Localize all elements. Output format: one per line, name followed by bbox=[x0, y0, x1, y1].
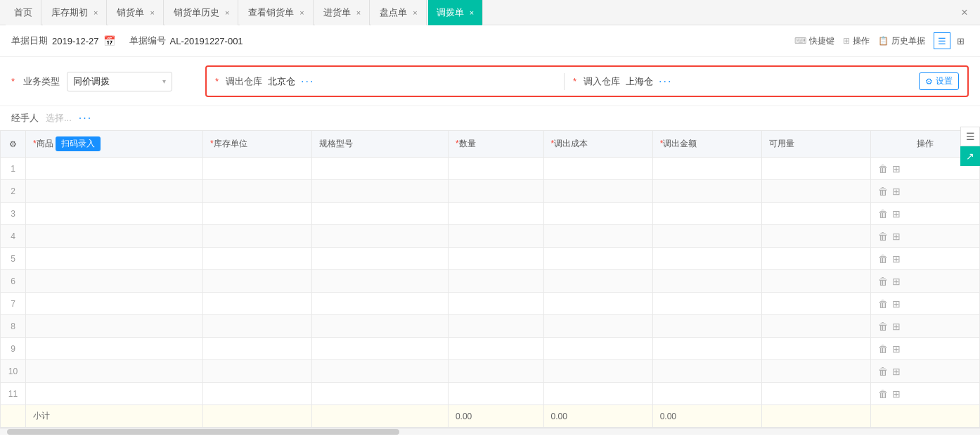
row-unit[interactable] bbox=[203, 248, 312, 270]
row-qty[interactable] bbox=[448, 315, 543, 338]
shortcut-btn[interactable]: ⌨ 快捷键 bbox=[794, 35, 834, 47]
row-cost[interactable] bbox=[543, 338, 652, 360]
business-type-select[interactable]: 同价调拨 ▾ bbox=[67, 72, 172, 91]
sidebar-list-icon[interactable]: ☰ bbox=[960, 127, 980, 146]
row-amount[interactable] bbox=[652, 203, 761, 225]
delete-icon[interactable]: 🗑 bbox=[878, 298, 888, 310]
row-spec[interactable] bbox=[312, 360, 449, 383]
row-qty[interactable] bbox=[448, 248, 543, 270]
row-unit[interactable] bbox=[203, 293, 312, 315]
row-unit[interactable] bbox=[203, 180, 312, 203]
row-qty[interactable] bbox=[448, 158, 543, 180]
row-qty[interactable] bbox=[448, 338, 543, 360]
row-cost[interactable] bbox=[543, 225, 652, 248]
row-product[interactable] bbox=[26, 270, 203, 293]
delete-icon[interactable]: 🗑 bbox=[878, 388, 888, 400]
tab-sales-history-close[interactable]: × bbox=[225, 8, 229, 17]
tab-inventory-count-close[interactable]: × bbox=[413, 8, 417, 17]
row-unit[interactable] bbox=[203, 270, 312, 293]
row-spec[interactable] bbox=[312, 203, 449, 225]
copy-icon[interactable]: ⊞ bbox=[892, 163, 901, 174]
tab-inventory-init-close[interactable]: × bbox=[94, 8, 98, 17]
row-cost[interactable] bbox=[543, 158, 652, 180]
history-btn[interactable]: 📋 历史单据 bbox=[878, 35, 925, 47]
tab-transfer-order-close[interactable]: × bbox=[470, 8, 474, 17]
row-product[interactable] bbox=[26, 315, 203, 338]
row-product[interactable] bbox=[26, 383, 203, 405]
copy-icon[interactable]: ⊞ bbox=[892, 343, 901, 355]
copy-icon[interactable]: ⊞ bbox=[892, 321, 901, 332]
row-cost[interactable] bbox=[543, 315, 652, 338]
copy-icon[interactable]: ⊞ bbox=[892, 208, 901, 219]
copy-icon[interactable]: ⊞ bbox=[892, 253, 901, 265]
tab-view-sales[interactable]: 查看销货单 × bbox=[240, 0, 313, 25]
scrollbar-thumb[interactable] bbox=[7, 429, 399, 435]
row-cost[interactable] bbox=[543, 248, 652, 270]
row-amount[interactable] bbox=[652, 248, 761, 270]
copy-icon[interactable]: ⊞ bbox=[892, 388, 901, 400]
delete-icon[interactable]: 🗑 bbox=[878, 276, 888, 287]
row-cost[interactable] bbox=[543, 203, 652, 225]
row-product[interactable] bbox=[26, 225, 203, 248]
row-spec[interactable] bbox=[312, 248, 449, 270]
row-cost[interactable] bbox=[543, 270, 652, 293]
handler-input[interactable]: 选择... bbox=[46, 112, 72, 125]
copy-icon[interactable]: ⊞ bbox=[892, 276, 901, 287]
row-amount[interactable] bbox=[652, 270, 761, 293]
delete-icon[interactable]: 🗑 bbox=[878, 208, 888, 219]
delete-icon[interactable]: 🗑 bbox=[878, 321, 888, 332]
tab-sales-order-close[interactable]: × bbox=[150, 8, 154, 17]
tab-sales-order[interactable]: 销货单 × bbox=[108, 0, 163, 25]
handler-more[interactable]: ··· bbox=[79, 112, 92, 125]
close-all-tabs[interactable]: × bbox=[955, 3, 974, 23]
in-warehouse-more[interactable]: ··· bbox=[659, 75, 672, 88]
row-qty[interactable] bbox=[448, 360, 543, 383]
row-spec[interactable] bbox=[312, 315, 449, 338]
row-cost[interactable] bbox=[543, 293, 652, 315]
sidebar-export-icon[interactable]: ↗ bbox=[960, 146, 980, 166]
row-amount[interactable] bbox=[652, 225, 761, 248]
tab-inventory-init[interactable]: 库存期初 × bbox=[43, 0, 107, 25]
row-product[interactable] bbox=[26, 248, 203, 270]
tab-home[interactable]: 首页 bbox=[6, 0, 41, 25]
row-product[interactable] bbox=[26, 338, 203, 360]
row-cost[interactable] bbox=[543, 383, 652, 405]
row-unit[interactable] bbox=[203, 383, 312, 405]
row-qty[interactable] bbox=[448, 383, 543, 405]
grid-view-btn[interactable]: ⊞ bbox=[952, 32, 969, 49]
row-spec[interactable] bbox=[312, 225, 449, 248]
delete-icon[interactable]: 🗑 bbox=[878, 343, 888, 355]
delete-icon[interactable]: 🗑 bbox=[878, 163, 888, 174]
tab-purchase-order-close[interactable]: × bbox=[356, 8, 361, 17]
tab-view-sales-close[interactable]: × bbox=[299, 8, 304, 17]
row-amount[interactable] bbox=[652, 293, 761, 315]
row-amount[interactable] bbox=[652, 158, 761, 180]
copy-icon[interactable]: ⊞ bbox=[892, 298, 901, 310]
row-spec[interactable] bbox=[312, 180, 449, 203]
calendar-icon[interactable]: 📅 bbox=[103, 35, 115, 46]
row-spec[interactable] bbox=[312, 270, 449, 293]
delete-icon[interactable]: 🗑 bbox=[878, 231, 888, 242]
out-warehouse-more[interactable]: ··· bbox=[301, 75, 314, 88]
row-product[interactable] bbox=[26, 293, 203, 315]
row-amount[interactable] bbox=[652, 360, 761, 383]
row-unit[interactable] bbox=[203, 338, 312, 360]
row-product[interactable] bbox=[26, 180, 203, 203]
list-view-btn[interactable]: ☰ bbox=[934, 32, 950, 49]
row-spec[interactable] bbox=[312, 158, 449, 180]
row-product[interactable] bbox=[26, 203, 203, 225]
th-gear[interactable]: ⚙ bbox=[1, 131, 26, 158]
tab-sales-history[interactable]: 销货单历史 × bbox=[165, 0, 238, 25]
copy-icon[interactable]: ⊞ bbox=[892, 231, 901, 242]
row-amount[interactable] bbox=[652, 180, 761, 203]
row-unit[interactable] bbox=[203, 203, 312, 225]
row-cost[interactable] bbox=[543, 180, 652, 203]
copy-icon[interactable]: ⊞ bbox=[892, 366, 901, 377]
horizontal-scrollbar[interactable] bbox=[0, 428, 980, 435]
row-spec[interactable] bbox=[312, 293, 449, 315]
row-spec[interactable] bbox=[312, 383, 449, 405]
settings-btn[interactable]: ⚙ 设置 bbox=[919, 72, 959, 90]
row-unit[interactable] bbox=[203, 315, 312, 338]
row-qty[interactable] bbox=[448, 225, 543, 248]
tab-purchase-order[interactable]: 进货单 × bbox=[315, 0, 370, 25]
